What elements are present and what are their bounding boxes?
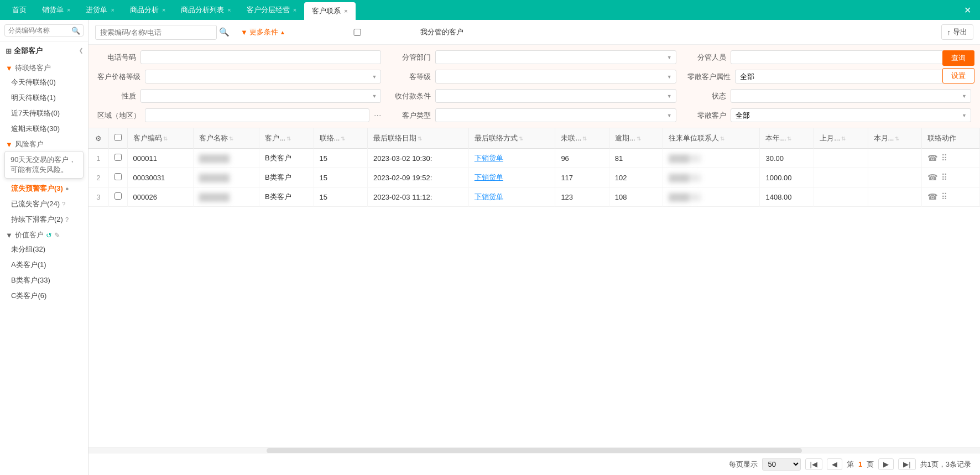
search-input[interactable] xyxy=(95,25,217,40)
sort-icon-last-method[interactable]: ⇅ xyxy=(519,135,523,142)
dept-select-wrapper xyxy=(435,50,676,64)
export-icon: ↑ xyxy=(947,28,951,36)
sidebar-item-tomorrow-pending[interactable]: 明天待联络(1) xyxy=(0,90,88,106)
payment-select[interactable] xyxy=(435,89,676,103)
close-window-btn[interactable]: ✕ xyxy=(960,5,976,15)
zero-cust-select[interactable]: 全部 xyxy=(731,108,971,122)
row-cust-type-1: B类客户 xyxy=(259,168,314,187)
col-last-contact-date: 最后联络日期⇅ xyxy=(368,128,469,149)
row-action-more-icon-2[interactable]: ⠿ xyxy=(941,192,947,202)
gender-select[interactable] xyxy=(140,89,381,103)
sort-icon-type[interactable]: ⇅ xyxy=(286,135,291,142)
my-customers-checkbox[interactable] xyxy=(296,29,418,36)
cust-type-select[interactable] xyxy=(435,108,676,122)
sort-icon-this-year[interactable]: ⇅ xyxy=(787,135,791,142)
my-customers-checkbox-label[interactable]: 我分管的客户 xyxy=(296,27,463,37)
sidebar-item-ungrouped[interactable]: 未分组(32) xyxy=(0,242,88,257)
tab-purchase-order[interactable]: 进货单 × xyxy=(78,0,122,20)
sort-icon-code[interactable]: ⇅ xyxy=(163,135,168,142)
prev-page-btn[interactable]: ◀ xyxy=(827,458,842,470)
tab-product-analysis-close[interactable]: × xyxy=(162,7,165,13)
sort-icon-this-month[interactable]: ⇅ xyxy=(895,135,899,142)
row-action-contact-icon-0[interactable]: ☎ xyxy=(927,153,938,163)
next-page-btn[interactable]: ▶ xyxy=(878,458,894,470)
row-checkbox-1[interactable] xyxy=(108,168,127,187)
tab-customer-tier-close[interactable]: × xyxy=(293,7,296,13)
region-dots[interactable]: ··· xyxy=(374,111,381,121)
sort-icon-last-month[interactable]: ⇅ xyxy=(841,135,846,142)
tab-product-analysis-list[interactable]: 商品分析列表 × xyxy=(173,0,238,20)
first-page-btn[interactable]: |◀ xyxy=(805,458,822,470)
sort-icon-contact-count[interactable]: ⇅ xyxy=(341,135,345,142)
col-last-contact-method: 最后联络方式⇅ xyxy=(468,128,555,149)
value-refresh-icon[interactable]: ↺ xyxy=(46,231,52,239)
row-last-method-1[interactable]: 下销货单 xyxy=(468,168,555,187)
tab-purchase-order-close[interactable]: × xyxy=(111,7,114,13)
row-select-checkbox-0[interactable] xyxy=(114,154,122,161)
sidebar-item-today-pending[interactable]: 今天待联络(0) xyxy=(0,75,88,90)
zero-attr-select[interactable]: 全部 xyxy=(735,70,971,83)
status-select[interactable] xyxy=(731,89,971,103)
level-select[interactable] xyxy=(435,70,676,83)
row-code-1: 00030031 xyxy=(127,168,193,187)
last-page-btn[interactable]: ▶| xyxy=(898,458,915,470)
phone-label: 电话号码 xyxy=(97,53,136,62)
sidebar-group-pending[interactable]: ▼ 待联络客户 xyxy=(0,60,88,75)
sort-icon-overdue[interactable]: ⇅ xyxy=(637,135,641,142)
region-input[interactable] xyxy=(145,108,369,122)
row-action-contact-icon-1[interactable]: ☎ xyxy=(927,173,938,182)
sidebar-item-churn-warning[interactable]: 流失预警客户(3) ● xyxy=(0,181,88,196)
filter-search-btn[interactable]: 🔍 xyxy=(219,27,230,37)
select-all-checkbox[interactable] xyxy=(114,134,122,141)
tab-customer-tier[interactable]: 客户分层经营 × xyxy=(239,0,304,20)
value-edit-icon[interactable]: ✎ xyxy=(54,231,60,239)
query-btn[interactable]: 查询 xyxy=(942,50,974,66)
sidebar-group-value[interactable]: ▼ 价值客户 ↺ ✎ xyxy=(0,227,88,242)
tab-product-analysis-list-close[interactable]: × xyxy=(227,7,231,13)
sidebar-item-class-a[interactable]: A类客户(1) xyxy=(0,257,88,273)
sort-icon-name[interactable]: ⇅ xyxy=(229,135,233,142)
sort-icon-contacts[interactable]: ⇅ xyxy=(720,135,724,142)
sidebar-item-overdue-pending[interactable]: 逾期未联络(30) xyxy=(0,121,88,137)
phone-input[interactable] xyxy=(140,50,381,64)
status-label: 状态 xyxy=(687,91,726,101)
page-size-select[interactable]: 50 20 100 xyxy=(762,458,801,471)
row-checkbox-2[interactable] xyxy=(108,187,127,207)
sidebar-item-churned[interactable]: 已流失客户(24) ? xyxy=(0,196,88,212)
sort-icon-last-date[interactable]: ⇅ xyxy=(418,135,422,142)
row-action-more-icon-1[interactable]: ⠿ xyxy=(941,173,947,182)
sidebar-item-class-b[interactable]: B类客户(33) xyxy=(0,273,88,288)
sidebar-all-customers[interactable]: ⊞ 全部客户 《 xyxy=(0,41,88,60)
col-contact-count: 联络...⇅ xyxy=(314,128,367,149)
dept-select[interactable] xyxy=(435,50,676,64)
export-btn[interactable]: ↑ 导出 xyxy=(941,24,974,40)
sidebar-search-input[interactable] xyxy=(4,24,84,36)
checkbox-col-header[interactable] xyxy=(108,128,127,149)
sidebar-item-7days-pending[interactable]: 近7天待联络(0) xyxy=(0,106,88,121)
tab-customer-contact[interactable]: 客户联系 × xyxy=(304,2,355,20)
tab-home[interactable]: 首页 xyxy=(4,0,34,20)
row-select-checkbox-2[interactable] xyxy=(114,192,122,200)
sort-icon-unlinked[interactable]: ⇅ xyxy=(582,135,587,142)
horizontal-scrollbar[interactable] xyxy=(88,447,980,453)
sidebar-group-risk[interactable]: ▼ 风险客户 xyxy=(0,137,88,151)
gear-col-header[interactable]: ⚙ xyxy=(88,128,108,149)
tab-product-analysis[interactable]: 商品分析 × xyxy=(122,0,173,20)
tab-sales-order[interactable]: 销货单 × xyxy=(34,0,78,20)
row-last-method-0[interactable]: 下销货单 xyxy=(468,149,555,168)
sidebar-item-class-c[interactable]: C类客户(6) xyxy=(0,288,88,304)
tab-sales-order-close[interactable]: × xyxy=(67,7,70,13)
person-input[interactable] xyxy=(731,50,960,64)
price-level-select[interactable] xyxy=(145,70,381,83)
row-checkbox-0[interactable] xyxy=(108,149,127,168)
tab-customer-contact-close[interactable]: × xyxy=(344,8,347,14)
row-select-checkbox-1[interactable] xyxy=(114,173,122,180)
row-action-contact-icon-2[interactable]: ☎ xyxy=(927,192,938,202)
filter-more-conditions-btn[interactable]: ▼ 更多条件 ▲ xyxy=(236,25,290,39)
table-row: 200030031██████B类客户152023-02-09 19:52:下销… xyxy=(88,168,980,187)
row-last-method-2[interactable]: 下销货单 xyxy=(468,187,555,207)
col-this-month: 本月...⇅ xyxy=(868,128,921,149)
sidebar-item-declining[interactable]: 持续下滑客户(2) ? xyxy=(0,212,88,227)
row-action-more-icon-0[interactable]: ⠿ xyxy=(941,153,947,163)
settings-btn[interactable]: 设置 xyxy=(942,68,974,83)
